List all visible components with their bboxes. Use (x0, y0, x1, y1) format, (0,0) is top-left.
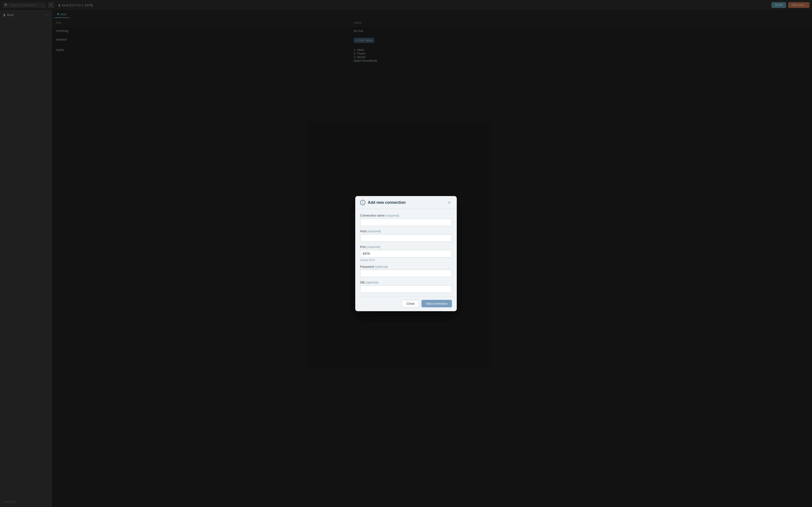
form-label-db: DB (optional) (360, 281, 452, 284)
dialog-body: Connection name (required)Host (required… (355, 209, 457, 297)
form-group-db: DB (optional) (360, 281, 452, 293)
form-group-password: Password (optional) (360, 265, 452, 277)
dialog-footer: Close Add connection (355, 297, 457, 311)
modal-overlay: i Add new connection × Connection name (… (0, 0, 812, 507)
dialog-info-icon: i (360, 200, 365, 205)
dialog: i Add new connection × Connection name (… (355, 196, 457, 311)
form-group-host: Host (required) (360, 229, 452, 242)
form-input-connection_name[interactable] (360, 219, 452, 226)
dialog-title-wrap: i Add new connection (360, 200, 406, 205)
dialog-header: i Add new connection × (355, 196, 457, 209)
form-input-host[interactable] (360, 234, 452, 242)
form-input-db[interactable] (360, 285, 452, 293)
form-hint-port: default 6379 (360, 259, 452, 262)
dialog-title: Add new connection (368, 201, 406, 205)
form-label-connection_name: Connection name (required) (360, 214, 452, 217)
form-input-password[interactable] (360, 270, 452, 277)
dialog-close-action-button[interactable]: Close (402, 300, 419, 307)
form-label-port: Port (required) (360, 245, 452, 249)
form-group-port: Port (required)default 6379 (360, 245, 452, 262)
dialog-add-connection-button[interactable]: Add connection (421, 300, 452, 307)
form-input-port[interactable] (360, 250, 452, 258)
form-label-password: Password (optional) (360, 265, 452, 269)
dialog-close-button[interactable]: × (446, 200, 452, 205)
form-group-connection_name: Connection name (required) (360, 214, 452, 226)
form-label-host: Host (required) (360, 229, 452, 233)
